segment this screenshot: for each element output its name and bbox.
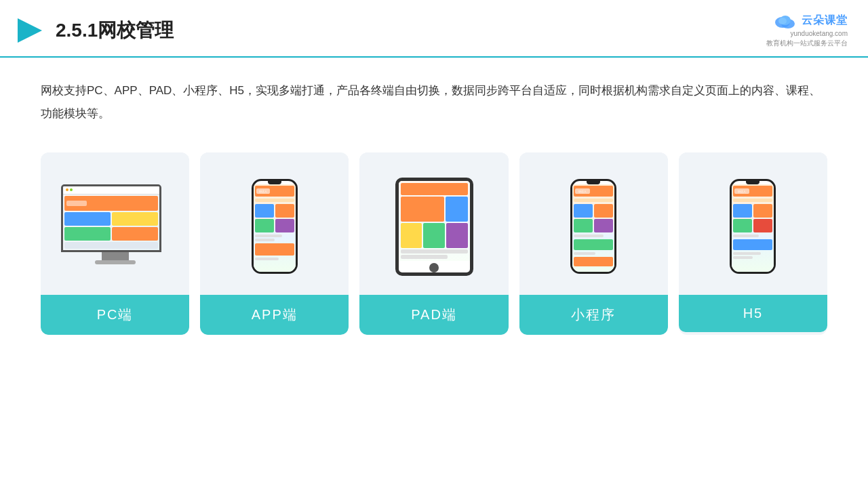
card-pad-label: PAD端 bbox=[359, 295, 508, 335]
description-text: 网校支持PC、APP、PAD、小程序、H5，实现多端打通，产品各终端自由切换，数… bbox=[0, 58, 868, 139]
phone-h5-icon: 职达人 bbox=[730, 179, 776, 274]
card-h5-label: H5 bbox=[679, 295, 827, 332]
brand-name-text: 云朵课堂 bbox=[802, 14, 848, 28]
card-pc: PC端 bbox=[41, 152, 189, 335]
pc-monitor-icon bbox=[61, 184, 170, 269]
svg-marker-0 bbox=[18, 18, 42, 43]
card-miniprogram-label: 小程序 bbox=[519, 295, 668, 335]
brand-logo: 云朵课堂 yunduoketang.com 教育机构一站式服务云平台 bbox=[766, 12, 848, 48]
brand-tagline: 教育机构一站式服务云平台 bbox=[766, 39, 848, 48]
card-h5: 职达人 H5 bbox=[679, 152, 827, 335]
card-pad-image bbox=[359, 152, 508, 295]
card-miniprogram: 职达人 小程序 bbox=[519, 152, 668, 335]
card-app-image: 职达人 bbox=[200, 152, 349, 295]
card-miniprogram-image: 职达人 bbox=[519, 152, 668, 295]
card-pc-label: PC端 bbox=[41, 295, 189, 335]
logo-play-icon bbox=[14, 14, 46, 47]
phone-app-icon: 职达人 bbox=[252, 179, 298, 274]
card-pad: PAD端 bbox=[359, 152, 508, 335]
card-app: 职达人 APP端 bbox=[200, 152, 349, 335]
card-app-label: APP端 bbox=[200, 295, 349, 335]
header: 2.5.1网校管理 云朵课堂 yunduoketang.com 教育机构一站式服… bbox=[0, 0, 868, 58]
phone-miniprogram-icon: 职达人 bbox=[570, 179, 616, 274]
cards-container: PC端 职达人 bbox=[0, 139, 868, 355]
pad-icon bbox=[395, 178, 473, 276]
card-h5-image: 职达人 bbox=[679, 152, 827, 295]
page-title: 2.5.1网校管理 bbox=[56, 18, 174, 43]
header-left: 2.5.1网校管理 bbox=[14, 14, 174, 47]
cloud-icon bbox=[773, 12, 797, 28]
svg-point-4 bbox=[778, 18, 787, 24]
card-pc-image bbox=[41, 152, 189, 295]
brand-url: yunduoketang.com bbox=[790, 30, 848, 37]
